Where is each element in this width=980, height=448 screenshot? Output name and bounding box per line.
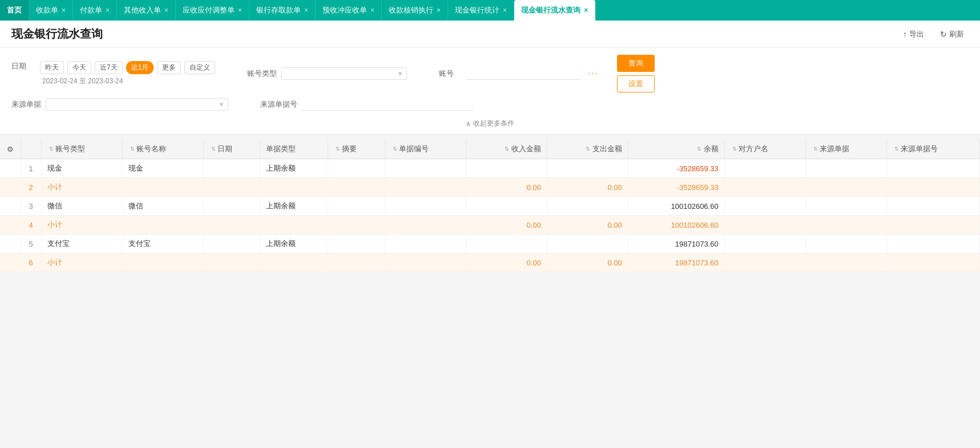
account-type-select[interactable]: ▾	[281, 67, 407, 80]
nav-item-bank-deposit[interactable]: 银行存取款单 ×	[249, 0, 316, 21]
cell-balance: 19871073.60	[628, 253, 724, 272]
th-summary[interactable]: ⇅ 摘要	[328, 139, 385, 159]
cell-expense	[547, 235, 628, 253]
cell-source-doc-num	[886, 197, 979, 216]
nav-close-cash-bank-stat[interactable]: ×	[503, 6, 507, 14]
date-filter-group: 日期 昨天 今天 近7天 近1月 更多 自定义 2023-02-24 至 202…	[11, 61, 215, 86]
th-date[interactable]: ⇅ 日期	[203, 139, 260, 159]
filter-area: 日期 昨天 今天 近7天 近1月 更多 自定义 2023-02-24 至 202…	[0, 48, 980, 135]
collapse-bar[interactable]: ∧ 收起更多条件	[11, 116, 969, 130]
nav-item-home[interactable]: 首页	[0, 0, 29, 21]
cell-account-type: 支付宝	[41, 235, 122, 253]
cell-date	[203, 197, 260, 216]
sort-icon-income: ⇅	[505, 147, 509, 152]
sort-icon-counterpart: ⇅	[732, 147, 737, 152]
cell-account-name: 现金	[122, 159, 203, 178]
settings-button[interactable]: 设置	[617, 75, 655, 92]
cell-rownum: 6	[21, 253, 41, 272]
th-income[interactable]: ⇅ 收入金额	[466, 139, 547, 159]
nav-close-prepay-offset[interactable]: ×	[370, 6, 374, 14]
th-doc-type: 单据类型	[260, 139, 328, 159]
cell-doc-num	[385, 216, 466, 235]
collapse-label: 收起更多条件	[473, 119, 514, 128]
table-row[interactable]: 6小计0.000.0019871073.60	[0, 253, 980, 272]
th-counterpart[interactable]: ⇅ 对方户名	[724, 139, 805, 159]
nav-label-bank-deposit: 银行存取款单	[256, 5, 301, 15]
cell-doc-num	[385, 178, 466, 197]
query-button[interactable]: 查询	[617, 55, 655, 72]
nav-item-write-off[interactable]: 收款核销执行 ×	[382, 0, 448, 21]
source-doc-select[interactable]: ▾	[46, 98, 228, 111]
cell-source-doc-num	[886, 253, 979, 272]
nav-item-receipt[interactable]: 收款单 ×	[29, 0, 73, 21]
table-row[interactable]: 1现金现金上期余额-3528659.33	[0, 159, 980, 178]
chevron-up-icon: ∧	[466, 120, 471, 128]
date-btn-today[interactable]: 今天	[67, 61, 91, 74]
more-options-icon[interactable]: ···	[585, 68, 600, 79]
account-input[interactable]	[466, 67, 580, 80]
date-btn-custom[interactable]: 自定义	[184, 61, 215, 74]
table-row[interactable]: 2小计0.000.00-3528659.33	[0, 178, 980, 197]
sort-icon-balance: ⇅	[697, 147, 701, 152]
cell-settings	[0, 253, 21, 272]
nav-item-cash-bank-flow[interactable]: 现金银行流水查询 ×	[514, 0, 595, 21]
th-account-name[interactable]: ⇅ 账号名称	[122, 139, 203, 159]
th-source-doc[interactable]: ⇅ 来源单据	[805, 139, 886, 159]
table-row[interactable]: 3微信微信上期余额100102606.60	[0, 197, 980, 216]
sort-icon-date: ⇅	[211, 147, 216, 152]
nav-close-cash-bank-flow[interactable]: ×	[584, 6, 588, 14]
cell-rownum: 2	[21, 178, 41, 197]
nav-item-ar-ap-adjust[interactable]: 应收应付调整单 ×	[176, 0, 249, 21]
nav-close-other-income[interactable]: ×	[164, 6, 168, 14]
cell-source-doc	[805, 235, 886, 253]
source-doc-num-input[interactable]	[302, 98, 473, 111]
date-filter-container: 昨天 今天 近7天 近1月 更多 自定义 2023-02-24 至 2023-0…	[40, 61, 215, 86]
th-balance[interactable]: ⇅ 余额	[628, 139, 724, 159]
nav-close-payment[interactable]: ×	[106, 6, 110, 14]
cell-expense	[547, 197, 628, 216]
date-btn-more[interactable]: 更多	[157, 61, 181, 74]
nav-close-ar-ap-adjust[interactable]: ×	[238, 6, 242, 14]
table-row[interactable]: 5支付宝支付宝上期余额19871073.60	[0, 235, 980, 253]
cell-source-doc-num	[886, 178, 979, 197]
th-doc-num[interactable]: ⇅ 单据编号	[385, 139, 466, 159]
nav-label-prepay-offset: 预收冲应收单	[322, 5, 367, 15]
date-btn-1month[interactable]: 近1月	[126, 61, 154, 74]
nav-item-cash-bank-stat[interactable]: 现金银行统计 ×	[448, 0, 514, 21]
cell-counterpart	[724, 253, 805, 272]
th-expense[interactable]: ⇅ 支出金额	[547, 139, 628, 159]
nav-item-prepay-offset[interactable]: 预收冲应收单 ×	[316, 0, 382, 21]
th-settings[interactable]: ⚙	[0, 139, 21, 159]
source-doc-num-label: 来源单据号	[260, 99, 297, 110]
nav-close-bank-deposit[interactable]: ×	[304, 6, 308, 14]
th-source-doc-num[interactable]: ⇅ 来源单据号	[886, 139, 979, 159]
cell-doc-num	[385, 235, 466, 253]
cell-summary	[328, 253, 385, 272]
nav-close-receipt[interactable]: ×	[62, 6, 66, 14]
refresh-button[interactable]: ↻ 刷新	[935, 27, 969, 42]
nav-item-payment[interactable]: 付款单 ×	[73, 0, 117, 21]
source-doc-filter: 来源单据 ▾	[11, 98, 228, 111]
cell-source-doc	[805, 197, 886, 216]
date-btn-7days[interactable]: 近7天	[95, 61, 123, 74]
cell-rownum: 1	[21, 159, 41, 178]
nav-item-other-income[interactable]: 其他收入单 ×	[117, 0, 176, 21]
cell-counterpart	[724, 159, 805, 178]
table-row[interactable]: 4小计0.000.00100102606.60	[0, 216, 980, 235]
export-button[interactable]: ↑ 导出	[898, 27, 929, 42]
date-btn-yesterday[interactable]: 昨天	[40, 61, 64, 74]
cell-balance: 100102606.60	[628, 216, 724, 235]
cell-account-name	[122, 253, 203, 272]
cell-income	[466, 197, 547, 216]
sort-icon-source-doc: ⇅	[813, 147, 818, 152]
th-account-type[interactable]: ⇅ 账号类型	[41, 139, 122, 159]
table-body: 1现金现金上期余额-3528659.332小计0.000.00-3528659.…	[0, 159, 980, 272]
cell-counterpart	[724, 178, 805, 197]
date-range-display: 2023-02-24 至 2023-03-24	[42, 76, 215, 86]
settings-icon[interactable]: ⚙	[7, 145, 14, 154]
refresh-icon: ↻	[940, 30, 947, 39]
cell-source-doc	[805, 253, 886, 272]
cell-source-doc	[805, 178, 886, 197]
cell-income: 0.00	[466, 253, 547, 272]
nav-close-write-off[interactable]: ×	[437, 6, 441, 14]
